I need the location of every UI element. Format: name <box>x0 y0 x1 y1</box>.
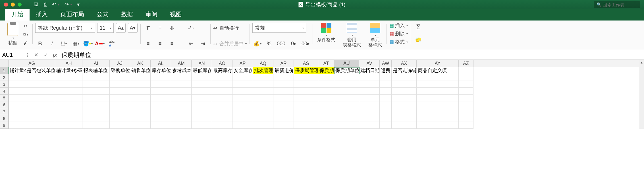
cell-AM6[interactable] <box>171 101 192 108</box>
cell-AH3[interactable] <box>55 81 82 88</box>
copy-icon[interactable]: ⧉▾ <box>22 31 30 38</box>
cell-AL5[interactable] <box>151 95 171 101</box>
cell-AR4[interactable] <box>273 88 294 95</box>
cell-AZ6[interactable] <box>459 101 473 108</box>
row-header-3[interactable]: 3 <box>0 81 9 88</box>
cell-AZ9[interactable] <box>459 122 473 129</box>
cell-AK7[interactable] <box>130 108 151 115</box>
cell-AS7[interactable] <box>294 108 318 115</box>
cell-AW6[interactable] <box>380 101 392 108</box>
cell-AG6[interactable] <box>9 101 55 108</box>
cell-styles-button[interactable]: ▾ 单元 格样式 <box>367 22 384 48</box>
column-header-AX[interactable]: AX <box>392 60 417 67</box>
cell-AO1[interactable]: 最高库存 <box>212 67 232 74</box>
cell-AW4[interactable] <box>380 88 392 95</box>
cell-AQ1[interactable]: 批次管理 <box>253 67 273 74</box>
row-header-9[interactable]: 9 <box>0 122 9 129</box>
column-header-AN[interactable]: AN <box>192 60 212 67</box>
cell-AY2[interactable] <box>417 74 459 81</box>
cell-AS8[interactable] <box>294 115 318 122</box>
conditional-format-button[interactable]: ▾ 条件格式 <box>315 22 337 43</box>
comma-icon[interactable]: 000 <box>276 39 286 48</box>
cell-AL6[interactable] <box>151 101 171 108</box>
paste-button[interactable]: ▾ 粘贴 <box>6 22 20 47</box>
column-header-AJ[interactable]: AJ <box>110 60 130 67</box>
align-left-icon[interactable]: ≡ <box>143 39 153 48</box>
format-cells-button[interactable]: ▦ 格式▾ <box>389 39 408 45</box>
cell-AU2[interactable] <box>334 74 359 81</box>
orientation-icon[interactable]: ⤦▾ <box>186 23 196 33</box>
row-header-7[interactable]: 7 <box>0 108 9 115</box>
cell-AJ4[interactable] <box>110 88 130 95</box>
cell-AN1[interactable]: 最低库存 <box>192 67 212 74</box>
cell-AZ3[interactable] <box>459 81 473 88</box>
cell-AG4[interactable] <box>9 88 55 95</box>
cell-AZ4[interactable] <box>459 88 473 95</box>
increase-decimal-icon[interactable]: .0▸ <box>288 39 298 48</box>
column-header-AH[interactable]: AH <box>55 60 82 67</box>
cell-AM4[interactable] <box>171 88 192 95</box>
cell-AK6[interactable] <box>130 101 151 108</box>
column-header-AG[interactable]: AG <box>9 60 55 67</box>
cell-AR2[interactable] <box>273 74 294 81</box>
cell-AQ3[interactable] <box>253 81 273 88</box>
cell-AW1[interactable]: 运费 <box>380 67 392 74</box>
tab-视图[interactable]: 视图 <box>164 9 188 21</box>
select-all-corner[interactable] <box>0 60 9 67</box>
row-header-1[interactable]: 1 <box>0 67 9 74</box>
column-header-AU[interactable]: AU <box>334 60 359 67</box>
cell-AO7[interactable] <box>212 108 232 115</box>
cell-AM8[interactable] <box>171 115 192 122</box>
cell-AJ5[interactable] <box>110 95 130 101</box>
cell-AJ1[interactable]: 采购单位 <box>110 67 130 74</box>
tab-数据[interactable]: 数据 <box>115 9 139 21</box>
scroll-up-icon[interactable]: ▲ <box>639 60 644 65</box>
cell-AN2[interactable] <box>192 74 212 81</box>
cell-AJ6[interactable] <box>110 101 130 108</box>
decrease-indent-icon[interactable]: ⇤ <box>186 39 196 48</box>
italic-button[interactable]: I <box>47 39 57 48</box>
cell-AH1[interactable]: 辅计量4条码 <box>55 67 82 74</box>
column-header-AW[interactable]: AW <box>380 60 392 67</box>
cell-AU8[interactable] <box>334 115 359 122</box>
cell-AO6[interactable] <box>212 101 232 108</box>
cell-AN7[interactable] <box>192 108 212 115</box>
cell-AI1[interactable]: 报表辅单位 <box>82 67 110 74</box>
font-size-combo[interactable]: 11▾ <box>97 23 114 33</box>
cell-AL1[interactable]: 库存单位 <box>151 67 171 74</box>
cell-AP2[interactable] <box>232 74 253 81</box>
cell-AP3[interactable] <box>232 81 253 88</box>
cell-AY3[interactable] <box>417 81 459 88</box>
cell-AM2[interactable] <box>171 74 192 81</box>
fill-color-button[interactable]: 🪣▾ <box>83 39 93 48</box>
spreadsheet-grid[interactable]: AGAHAIAJAKALAMANAOAPAQARASATAUAVAWAXAYAZ… <box>0 60 644 129</box>
tab-插入[interactable]: 插入 <box>30 9 54 21</box>
cell-AO5[interactable] <box>212 95 232 101</box>
cell-AO4[interactable] <box>212 88 232 95</box>
cell-AY5[interactable] <box>417 95 459 101</box>
cell-AX8[interactable] <box>392 115 417 122</box>
column-header-AT[interactable]: AT <box>318 60 334 67</box>
cell-AW5[interactable] <box>380 95 392 101</box>
align-top-icon[interactable]: ⇈ <box>143 23 153 33</box>
row-header-6[interactable]: 6 <box>0 101 9 108</box>
align-center-icon[interactable]: ≡ <box>155 39 165 48</box>
column-header-AV[interactable]: AV <box>359 60 380 67</box>
cell-AP8[interactable] <box>232 115 253 122</box>
tab-公式[interactable]: 公式 <box>90 9 115 21</box>
enter-formula-icon[interactable]: ✓ <box>41 52 51 58</box>
cell-AN8[interactable] <box>192 115 212 122</box>
cell-AS3[interactable] <box>294 81 318 88</box>
cell-AX3[interactable] <box>392 81 417 88</box>
cell-AW2[interactable] <box>380 74 392 81</box>
decrease-font-icon[interactable]: A▾ <box>128 23 138 33</box>
column-header-AM[interactable]: AM <box>171 60 192 67</box>
cell-AG7[interactable] <box>9 108 55 115</box>
cell-AR8[interactable] <box>273 115 294 122</box>
cell-AI2[interactable] <box>82 74 110 81</box>
cell-AN4[interactable] <box>192 88 212 95</box>
insert-cells-button[interactable]: ▦ 插入▾ <box>389 22 408 29</box>
autosum-icon[interactable]: Σ <box>414 22 423 32</box>
cell-AH2[interactable] <box>55 74 82 81</box>
cell-AU9[interactable] <box>334 122 359 129</box>
